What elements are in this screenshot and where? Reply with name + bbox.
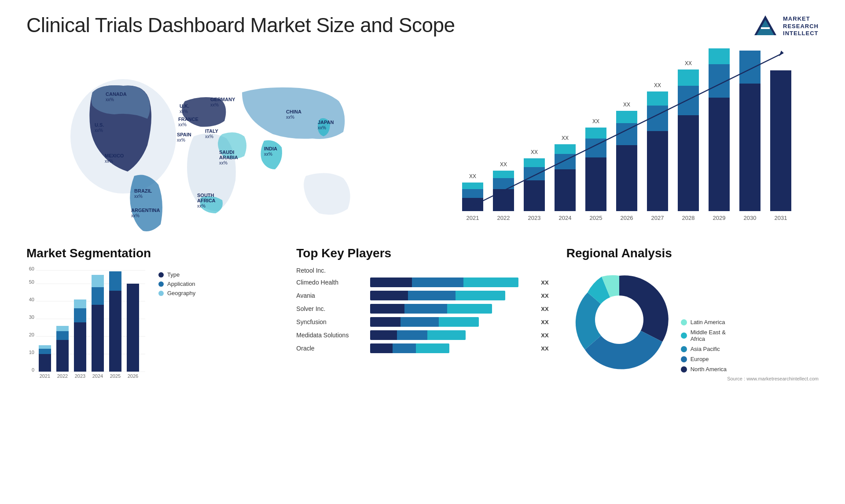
svg-text:xx%: xx% — [105, 159, 113, 164]
svg-text:xx%: xx% — [219, 161, 228, 165]
map-section: CANADA xx% U.S. xx% MEXICO xx% BRAZIL xx… — [26, 48, 414, 233]
svg-rect-37 — [462, 189, 483, 198]
app-label: Application — [167, 281, 195, 287]
svg-text:MEXICO: MEXICO — [105, 153, 124, 158]
svg-text:xx%: xx% — [180, 109, 188, 114]
svg-rect-38 — [462, 183, 483, 189]
svg-text:xx%: xx% — [131, 213, 140, 218]
svg-rect-48 — [555, 169, 576, 211]
svg-rect-107 — [39, 345, 51, 349]
svg-rect-111 — [74, 322, 86, 372]
legend-latin-america: Latin America — [681, 319, 727, 325]
player-xx-climedo: XX — [541, 279, 548, 286]
svg-text:FRANCE: FRANCE — [178, 117, 198, 122]
player-xx-oracle: XX — [541, 345, 548, 352]
svg-rect-52 — [585, 157, 606, 211]
svg-rect-62 — [647, 91, 668, 106]
svg-text:2025: 2025 — [110, 373, 121, 379]
segmentation-row: 0 10 20 30 40 50 60 — [26, 267, 279, 381]
svg-text:xx%: xx% — [286, 115, 294, 120]
player-name-oracle: Oracle — [296, 345, 367, 352]
player-name-climedo: Climedo Health — [296, 279, 367, 286]
svg-rect-113 — [74, 299, 86, 308]
svg-text:XX: XX — [500, 161, 507, 168]
svg-text:XX: XX — [592, 118, 599, 124]
svg-text:2030: 2030 — [744, 215, 757, 221]
legend-asia-pacific: Asia Pacific — [681, 346, 727, 352]
svg-text:CHINA: CHINA — [286, 109, 301, 114]
player-bar-climedo — [370, 278, 535, 287]
line-chart-container: XX XX XX XX — [431, 48, 819, 233]
north-america-dot — [681, 366, 687, 373]
svg-text:ITALY: ITALY — [205, 128, 219, 134]
svg-text:2031: 2031 — [775, 215, 787, 221]
svg-text:xx%: xx% — [210, 102, 219, 107]
logo: MARKETRESEARCHINTELLECT — [752, 13, 819, 40]
svg-rect-36 — [462, 198, 483, 211]
svg-text:ARABIA: ARABIA — [219, 155, 238, 160]
svg-text:2026: 2026 — [128, 373, 138, 379]
svg-rect-50 — [555, 144, 576, 154]
player-row-avania: Avania XX — [296, 291, 548, 300]
player-row-solver: Solver Inc. XX — [296, 304, 548, 314]
svg-rect-117 — [109, 291, 121, 372]
svg-text:2022: 2022 — [57, 373, 68, 379]
player-row-retool: Retool Inc. — [296, 267, 548, 274]
svg-text:2021: 2021 — [40, 373, 50, 379]
svg-text:SAUDI: SAUDI — [219, 150, 234, 155]
legend-north-america: North America — [681, 366, 727, 373]
svg-rect-105 — [39, 354, 51, 372]
svg-rect-2 — [761, 27, 770, 29]
svg-text:10: 10 — [29, 350, 34, 355]
svg-rect-64 — [678, 115, 699, 211]
page-title: Clinical Trials Dashboard Market Size an… — [26, 13, 455, 37]
svg-rect-115 — [92, 287, 104, 305]
segmentation-title: Market Segmentation — [26, 246, 279, 260]
svg-rect-56 — [616, 145, 637, 211]
svg-text:xx%: xx% — [178, 122, 187, 127]
svg-text:xx%: xx% — [177, 138, 185, 142]
europe-label: Europe — [691, 356, 709, 362]
svg-rect-65 — [678, 86, 699, 115]
geo-label: Geography — [167, 290, 195, 296]
svg-text:xx%: xx% — [197, 204, 206, 208]
key-players-section: Top Key Players Retool Inc. Climedo Heal… — [296, 246, 548, 381]
geo-dot — [158, 291, 164, 296]
player-bar-medidata — [370, 330, 535, 340]
svg-text:XX: XX — [469, 173, 476, 179]
type-dot — [158, 272, 164, 278]
svg-text:XX: XX — [623, 102, 630, 108]
svg-rect-40 — [493, 189, 514, 211]
svg-text:BRAZIL: BRAZIL — [134, 188, 152, 194]
svg-rect-110 — [56, 326, 69, 331]
svg-text:40: 40 — [29, 297, 34, 302]
svg-rect-73 — [739, 84, 760, 211]
svg-text:xx%: xx% — [264, 152, 272, 157]
world-map-svg: CANADA xx% U.S. xx% MEXICO xx% BRAZIL xx… — [26, 48, 414, 233]
svg-text:2022: 2022 — [497, 215, 510, 221]
regional-title: Regional Analysis — [566, 246, 819, 260]
svg-text:2026: 2026 — [621, 215, 633, 221]
svg-rect-116 — [92, 275, 104, 287]
donut-chart — [566, 267, 672, 373]
europe-dot — [681, 356, 687, 362]
player-xx-solver: XX — [541, 306, 548, 312]
svg-text:2028: 2028 — [682, 215, 695, 221]
svg-text:2029: 2029 — [713, 215, 726, 221]
svg-text:SOUTH: SOUTH — [197, 193, 214, 198]
asia-pacific-label: Asia Pacific — [691, 346, 720, 352]
svg-text:2027: 2027 — [651, 215, 664, 221]
svg-text:2021: 2021 — [467, 215, 479, 221]
player-name-retool: Retool Inc. — [296, 267, 367, 274]
player-row-medidata: Medidata Solutions XX — [296, 330, 548, 340]
legend-middle-east: Middle East &Africa — [681, 329, 727, 342]
player-row-oracle: Oracle XX — [296, 343, 548, 353]
map-container: CANADA xx% U.S. xx% MEXICO xx% BRAZIL xx… — [26, 48, 414, 233]
source-line: Source : www.marketresearchintellect.com — [566, 376, 819, 381]
svg-text:xx%: xx% — [95, 128, 103, 133]
app-dot — [158, 281, 164, 287]
logo-text: MARKETRESEARCHINTELLECT — [783, 15, 819, 38]
latin-america-dot — [681, 319, 687, 325]
svg-text:xx%: xx% — [134, 194, 143, 199]
svg-rect-45 — [524, 167, 545, 180]
